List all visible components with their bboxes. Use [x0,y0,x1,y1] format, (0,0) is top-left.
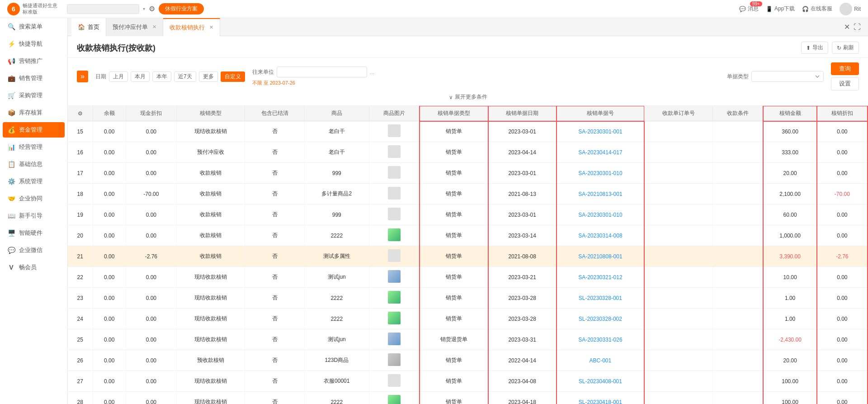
row-verify-amount: 2,100.00 [763,184,816,204]
sidebar-item-sales[interactable]: 💼 销售管理 [0,70,67,87]
bill-no-link[interactable]: SL-20230328-002 [579,316,622,322]
export-button[interactable]: ⬆ 导出 [801,42,828,54]
bill-no-link[interactable]: SA-20230301-010 [578,170,622,176]
row-balance: 0.00 [93,121,126,142]
row-bill-no[interactable]: SA-20230314-008 [557,225,644,246]
bill-no-link[interactable]: SA-20230331-026 [578,337,622,343]
sidebar-item-finance[interactable]: 💰 资金管理 [3,122,65,138]
th-balance: 余额 [93,106,126,121]
close-tab-button[interactable]: ✕ [844,23,850,31]
breadcrumb-input[interactable] [67,4,139,14]
product-img [388,166,401,179]
query-button[interactable]: 查询 [831,62,859,75]
app-download-button[interactable]: 📱 App下载 [766,5,795,13]
product-img [388,249,401,262]
online-support-button[interactable]: 🎧 在线客服 [802,5,832,13]
sidebar-item-hardware[interactable]: 🖥️ 智能硬件 [0,224,67,242]
gear-icon[interactable]: ⚙ [149,5,155,13]
bill-no-link[interactable]: SA-20230301-010 [578,212,622,218]
product-img [388,353,401,366]
bill-no-link[interactable]: ABC-001 [590,357,612,364]
table-row: 27 0.00 0.00 现结收款核销 否 衣服00001 销货单 2023-0… [68,371,868,392]
user-area[interactable]: Rit [840,3,861,15]
filter-collapse-button[interactable]: » [77,71,88,82]
row-verify-type: 收款核销 [176,246,245,267]
row-verify-discount: 0.00 [817,371,868,392]
tab-prepay[interactable]: 预付冲应付单 ✕ [106,18,163,36]
this-year-btn[interactable]: 本年 [152,71,171,82]
row-bill-type: 销货单 [420,121,488,142]
last7-btn[interactable]: 近7天 [174,71,196,82]
row-bill-no[interactable]: SA-20230331-026 [557,329,644,350]
purchase-icon: 🛒 [7,92,15,99]
more-btn[interactable]: 更多 [199,71,218,82]
top-bar: 6 畅捷通谱好生意 标准版 ▾ ⚙ 休假行业方案 💬 消息 99+ 📱 App下… [0,0,868,18]
row-bill-no[interactable]: SA-20230301-010 [557,204,644,225]
row-bill-no[interactable]: SA-20230414-017 [557,142,644,163]
sidebar-item-search[interactable]: 🔍 搜索菜单 [0,18,67,35]
bill-no-link[interactable]: SA-20230301-001 [578,128,622,135]
logo-text: 畅捷通谱好生意 标准版 [23,3,57,14]
sidebar-item-guide[interactable]: 📖 新手引导 [0,207,67,224]
bill-no-link[interactable]: SL-20230408-001 [579,378,622,385]
row-verify-amount: 1,000.00 [763,225,816,246]
tab-home[interactable]: 🏠 首页 [71,18,106,36]
sidebar-item-wechat[interactable]: 💬 企业微信 [0,242,67,259]
tab-close-verify[interactable]: ✕ [209,24,213,30]
refresh-button[interactable]: ↻ 刷新 [832,42,859,54]
sidebar-item-basics[interactable]: 📋 基础信息 [0,156,67,173]
counterpart-dots: ... [370,69,375,76]
counterpart-input[interactable] [277,67,367,77]
row-bill-no[interactable]: SA-20210813-001 [557,184,644,204]
row-bill-no[interactable]: SL-20230328-001 [557,288,644,309]
row-verify-type: 预收款核销 [176,350,245,371]
bill-no-link[interactable]: SA-20230414-017 [578,149,622,156]
expand-button[interactable]: ∨ 展开更多条件 [449,93,487,101]
bill-no-link[interactable]: SA-20230321-012 [578,274,622,280]
sidebar-item-collab[interactable]: 🤝 企业协同 [0,190,67,207]
custom-btn[interactable]: 自定义 [221,71,245,82]
sidebar-item-system[interactable]: ⚙️ 系统管理 [0,173,67,190]
last-month-btn[interactable]: 上月 [109,71,128,82]
settings-button[interactable]: 设置 [831,77,859,90]
row-bill-no[interactable]: SL-20230328-002 [557,309,644,329]
row-bill-no[interactable]: SA-20230321-012 [557,267,644,288]
message-button[interactable]: 💬 消息 99+ [739,5,759,13]
row-bill-no[interactable]: SA-20210808-001 [557,246,644,267]
this-month-btn[interactable]: 本月 [131,71,150,82]
row-product-img [369,163,420,184]
row-id: 16 [68,142,93,163]
sidebar-item-vip[interactable]: V 畅会员 [0,259,67,276]
bill-no-link[interactable]: SA-20210813-001 [578,191,622,197]
tab-verify[interactable]: 收款核销执行 ✕ [163,18,220,36]
product-img [388,333,401,345]
row-bill-no[interactable]: SA-20230301-010 [557,163,644,184]
bill-no-link[interactable]: SA-20230314-008 [578,233,622,239]
tab-close-prepay[interactable]: ✕ [152,24,156,30]
sidebar-item-nav[interactable]: ⚡ 快捷导航 [0,35,67,52]
sidebar-item-inventory[interactable]: 📦 库存核算 [0,104,67,121]
row-balance: 0.00 [93,184,126,204]
sidebar-item-management[interactable]: 📊 经营管理 [0,138,67,156]
row-bill-no[interactable]: SL-20230418-001 [557,392,644,404]
th-config[interactable]: ⚙ [68,106,93,121]
bill-no-link[interactable]: SA-20210808-001 [578,253,622,260]
row-bill-no[interactable]: SA-20230301-001 [557,121,644,142]
table-wrap[interactable]: ⚙ 余额 现金折扣 核销类型 包含已结清 商品 商品图片 核销单据类型 核销单据… [68,106,868,404]
voucher-type-select[interactable] [751,71,824,82]
holiday-button[interactable]: 休假行业方案 [159,3,204,14]
sidebar-label: 库存核算 [19,109,42,117]
table-row: 16 0.00 0.00 预付冲应收 否 老白干 销货单 2023-04-14 … [68,142,868,163]
bill-no-link[interactable]: SL-20230328-001 [579,295,622,301]
row-bill-no[interactable]: SL-20230408-001 [557,371,644,392]
expand-tab-button[interactable]: ⛶ [854,23,861,31]
sidebar-item-purchase[interactable]: 🛒 采购管理 [0,87,67,104]
th-verify-discount: 核销折扣 [817,106,868,121]
row-bill-no[interactable]: ABC-001 [557,350,644,371]
bill-no-link[interactable]: SL-20230418-001 [579,399,622,404]
row-cash-discount: 0.00 [126,392,176,404]
row-bill-type: 销货单 [420,142,488,163]
sidebar-item-marketing[interactable]: 📢 营销推广 [0,52,67,70]
row-id: 18 [68,184,93,204]
sales-icon: 💼 [7,75,15,82]
